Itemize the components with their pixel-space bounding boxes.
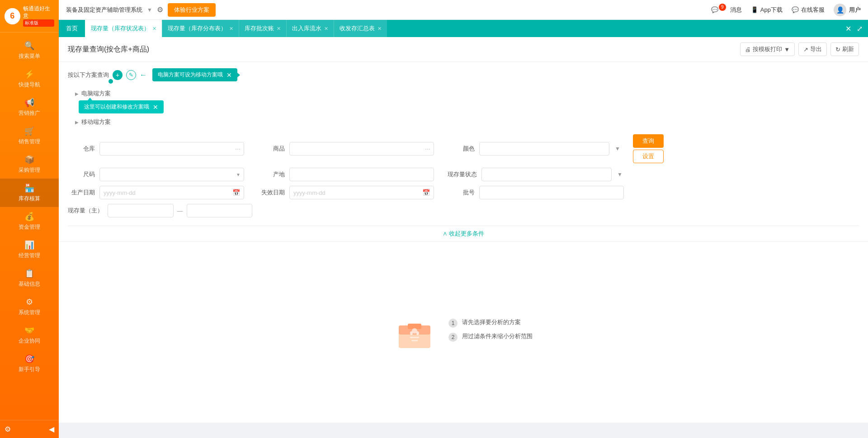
- tab-close-icon[interactable]: ✕: [277, 26, 281, 32]
- header: 装备及固定资产辅助管理系统 ▼ ⚙ 体验行业方案 💬 9 消息 📱 App下载 …: [59, 0, 868, 20]
- refresh-button[interactable]: ↻ 刷新: [830, 42, 859, 56]
- filter-rows: 仓库 ··· 商品 ··· 颜色 ▼ 查询 设置: [68, 132, 859, 224]
- edit-scenario-button[interactable]: ✎: [126, 70, 136, 80]
- stock-main-field: —: [108, 204, 252, 217]
- refresh-icon: ↻: [835, 46, 840, 53]
- more-options-icon[interactable]: ···: [425, 145, 430, 152]
- collapse-sidebar-icon[interactable]: ◀: [49, 425, 54, 433]
- goods-label: 商品: [258, 145, 285, 153]
- warehouse-field: ···: [99, 142, 244, 155]
- tab-close-icon[interactable]: ✕: [377, 26, 382, 32]
- sidebar-item-search[interactable]: 🔍 搜索菜单: [0, 36, 59, 65]
- stock-max-input[interactable]: [187, 204, 253, 217]
- sidebar-item-marketing[interactable]: 📢 营销推广: [0, 93, 59, 122]
- add-scenario-button[interactable]: +: [113, 70, 123, 80]
- exp-date-calendar-icon: 📅: [422, 189, 430, 196]
- sys-select-arrow[interactable]: ▼: [147, 7, 152, 13]
- tab-collect[interactable]: 收发存汇总表 ✕: [334, 20, 387, 37]
- empty-state: 1 请先选择要分析的方案 2 用过滤条件来缩小分析范围: [385, 285, 542, 380]
- template-print-button[interactable]: 🖨 按模板打印 ▼: [740, 42, 795, 56]
- sidebar-item-enterprise[interactable]: 🤝 企业协同: [0, 321, 59, 349]
- tab-home[interactable]: 首页: [59, 20, 85, 37]
- logo-text: 畅通逍好生意 标准版: [23, 5, 54, 27]
- origin-field: [289, 168, 434, 181]
- color-dropdown-icon[interactable]: ▼: [615, 146, 620, 152]
- sidebar-item-operations[interactable]: 📊 经营管理: [0, 235, 59, 264]
- page-title: 现存量查询(按仓库+商品): [68, 45, 149, 54]
- stock-status-label: 现存量状态: [448, 170, 477, 179]
- header-gear-icon[interactable]: ⚙: [157, 5, 163, 14]
- sidebar-item-guide[interactable]: 🎯 新手引导: [0, 349, 59, 378]
- close-tab-icon[interactable]: ✕: [844, 23, 853, 35]
- sidebar-item-sales[interactable]: 🛒 销售管理: [0, 122, 59, 150]
- tab-label: 现存量（库存状况表）: [91, 24, 150, 33]
- scenario-tooltip: 电脑方案可设为移动方案哦 ✕: [152, 68, 237, 81]
- warehouse-input[interactable]: [99, 142, 244, 155]
- empty-state-svg: [394, 312, 435, 353]
- sidebar-item-finance[interactable]: 💰 资金管理: [0, 207, 59, 235]
- user-menu[interactable]: 👤 用户: [834, 4, 861, 16]
- scenario-item-mobile[interactable]: ▶ 移动端方案: [71, 115, 859, 129]
- export-icon: ↗: [803, 46, 808, 53]
- app-download-group[interactable]: 📱 App下载: [751, 6, 783, 14]
- page-actions: 🖨 按模板打印 ▼ ↗ 导出 ↻ 刷新: [740, 42, 859, 56]
- sidebar-item-label: 基础信息: [19, 280, 40, 288]
- goods-field: ···: [289, 142, 434, 155]
- header-right: 💬 9 消息 📱 App下载 💬 在线客服 👤 用户: [711, 4, 861, 16]
- support-group[interactable]: 💬 在线客服: [792, 6, 825, 14]
- app-label: App下载: [760, 6, 783, 14]
- tab-batch[interactable]: 库存批次账 ✕: [239, 20, 286, 37]
- sys-name: 装备及固定资产辅助管理系统: [66, 6, 142, 14]
- sidebar-item-quick-nav[interactable]: ⚡ 快捷导航: [0, 65, 59, 93]
- origin-label: 产地: [258, 170, 285, 179]
- filter-row-1: 仓库 ··· 商品 ··· 颜色 ▼ 查询 设置: [68, 134, 859, 163]
- support-label: 在线客服: [801, 6, 825, 14]
- stock-status-select[interactable]: [481, 168, 612, 181]
- exp-date-field[interactable]: yyyy-mm-dd 📅: [289, 186, 434, 199]
- svg-point-7: [416, 331, 419, 335]
- more-options-icon[interactable]: ···: [235, 145, 241, 152]
- search-icon: 🔍: [24, 41, 34, 51]
- color-input[interactable]: [479, 142, 609, 155]
- app-icon: 📱: [751, 6, 758, 13]
- user-label: 用户: [849, 6, 861, 14]
- scenario-tooltip-text: 电脑方案可设为移动方案哦: [158, 71, 223, 79]
- sidebar-item-purchase[interactable]: 📦 采购管理: [0, 150, 59, 179]
- inventory-icon: 🏪: [24, 183, 34, 193]
- stock-min-input[interactable]: [108, 204, 174, 217]
- sidebar-item-basic[interactable]: 📋 基础信息: [0, 264, 59, 292]
- stock-status-field: ▼: [481, 168, 626, 181]
- goods-input[interactable]: [289, 142, 434, 155]
- tab-close-icon[interactable]: ✕: [324, 26, 328, 32]
- empty-steps: 1 请先选择要分析的方案 2 用过滤条件来缩小分析范围: [448, 318, 533, 346]
- collapse-filter-button[interactable]: ∧ 收起更多条件: [68, 226, 859, 241]
- message-group[interactable]: 💬 9 消息: [711, 6, 742, 14]
- edit-tooltip-close[interactable]: ✕: [153, 104, 158, 111]
- step-text-1: 请先选择要分析的方案: [462, 318, 521, 326]
- stock-status-dropdown-icon: ▼: [617, 171, 623, 178]
- expand-icon[interactable]: ⤢: [855, 23, 864, 35]
- expand-arrow-icon: ▶: [75, 91, 79, 96]
- query-button[interactable]: 查询: [633, 134, 664, 148]
- scenario-tooltip-close[interactable]: ✕: [226, 71, 232, 79]
- sidebar-item-inventory[interactable]: 🏪 库存核算: [0, 179, 59, 207]
- data-area: 1 请先选择要分析的方案 2 用过滤条件来缩小分析范围: [59, 242, 868, 423]
- export-button[interactable]: ↗ 导出: [798, 42, 827, 56]
- sidebar-item-system[interactable]: ⚙ 系统管理: [0, 292, 59, 321]
- origin-select[interactable]: [289, 168, 434, 181]
- reset-button[interactable]: 设置: [633, 150, 664, 163]
- back-arrow-button[interactable]: ←: [140, 71, 147, 79]
- settings-icon[interactable]: ⚙: [5, 425, 11, 433]
- marketing-icon: 📢: [24, 98, 34, 108]
- tab-inventory-status[interactable]: 现存量（库存状况表） ✕: [85, 20, 162, 37]
- tab-close-icon[interactable]: ✕: [229, 26, 233, 32]
- tab-close-icon[interactable]: ✕: [152, 26, 156, 32]
- scenario-item-desktop[interactable]: ▶ 电脑端方案: [71, 87, 859, 100]
- tab-inout[interactable]: 出入库流水 ✕: [286, 20, 334, 37]
- size-select[interactable]: [99, 168, 244, 181]
- sidebar-item-label: 经营管理: [19, 252, 40, 259]
- tab-inventory-dist[interactable]: 现存量（库存分布表） ✕: [162, 20, 239, 37]
- trial-button[interactable]: 体验行业方案: [168, 3, 216, 17]
- batch-input[interactable]: [479, 186, 624, 199]
- mfg-date-field[interactable]: yyyy-mm-dd 📅: [99, 186, 244, 199]
